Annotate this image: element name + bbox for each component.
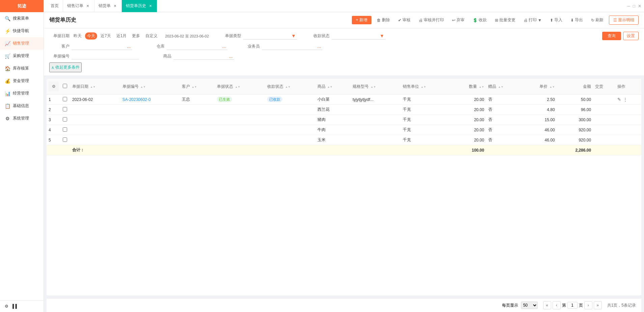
quantity-sort-icon[interactable]: ▲▼ [479, 85, 484, 88]
tab-sales-goods[interactable]: 销货单 ✕ [94, 0, 122, 12]
display-button[interactable]: ☰ 显示明细 [609, 16, 639, 25]
audit-button[interactable]: ✔ 审核 [395, 16, 413, 24]
row-checkbox[interactable] [63, 137, 67, 142]
prev-page-btn[interactable]: ‹ [553, 301, 561, 309]
export-button[interactable]: ⬇ 导出 [568, 16, 586, 24]
customer-select[interactable]: ... [72, 43, 132, 50]
cell-gift: 否 [486, 105, 522, 115]
type-select[interactable]: ▼ [243, 32, 297, 40]
import-button[interactable]: ⬆ 导入 [547, 16, 565, 24]
goods-dots: ... [229, 53, 233, 59]
customer-sort-icon[interactable]: ▲▼ [192, 85, 197, 88]
tab-sales-order[interactable]: 销售订单 ✕ [63, 0, 94, 12]
refresh-button[interactable]: ↻ 刷新 [588, 16, 606, 24]
row-checkbox[interactable] [63, 107, 67, 111]
sidebar-item-system[interactable]: ⚙ 系统管理 [0, 112, 44, 125]
summary-end-spacer [593, 145, 641, 155]
date-1month-btn[interactable]: 近1月 [114, 32, 129, 40]
sidebar-item-search[interactable]: 🔍 搜索菜单 [0, 12, 44, 25]
payment-sort-icon[interactable]: ▲▼ [285, 85, 290, 88]
table-row: 3 猪肉 千克 20.00 否 15.00 300.00 [47, 115, 641, 125]
cell-checkbox[interactable] [61, 105, 70, 115]
sidebar-item-finance[interactable]: 💰 资金管理 [0, 75, 44, 87]
delete-button[interactable]: 🗑 删除 [374, 16, 393, 24]
date-sort-icon[interactable]: ▲▼ [90, 85, 95, 88]
date-yesterday-btn[interactable]: 昨天 [72, 32, 84, 40]
cell-goods: 西兰花 [315, 105, 351, 115]
page-number-input[interactable] [567, 302, 578, 309]
goods-sort-icon[interactable]: ▲▼ [327, 85, 333, 88]
query-button[interactable]: 查询 [602, 32, 621, 40]
collect-button[interactable]: 💲 收款 [470, 16, 489, 24]
sidebar-item-baseinfo[interactable]: 📋 基础信息 [0, 100, 44, 112]
date-custom-btn[interactable]: 自定义 [143, 32, 160, 40]
sidebar-item-operation[interactable]: 📊 经营管理 [0, 87, 44, 100]
status-sort-icon[interactable]: ▲▼ [235, 85, 241, 88]
goods-select[interactable]: ... [173, 53, 234, 60]
last-page-btn[interactable]: » [594, 301, 602, 309]
date-more-btn[interactable]: 更多 [130, 32, 142, 40]
batch-change-button[interactable]: ⊞ 批量变更 [492, 16, 518, 24]
more-action-btn[interactable]: ⋮ [623, 97, 627, 102]
spec-sort-icon[interactable]: ▲▼ [371, 85, 376, 88]
sidebar-item-extra1[interactable]: ⚙ ▐▐ [0, 301, 44, 312]
unit-sort-icon[interactable]: ▲▼ [421, 85, 426, 88]
abandon-button[interactable]: ↩ 弃审 [449, 16, 467, 24]
per-page-select[interactable]: 50 [521, 302, 538, 309]
date-today-btn[interactable]: 今天 [85, 32, 97, 40]
col-gear[interactable]: ⚙ [47, 79, 61, 95]
sidebar-item-purchase[interactable]: 🛒 采购管理 [0, 50, 44, 62]
tab-home[interactable]: 首页 [47, 0, 63, 12]
cell-price: 46.00 [522, 135, 557, 145]
edit-action-btn[interactable]: ✎ [617, 97, 621, 102]
warehouse-select[interactable]: ... [167, 43, 227, 50]
sidebar-item-quicknav[interactable]: ⚡ 快捷导航 [0, 25, 44, 37]
payment-select[interactable]: ▼ [332, 32, 386, 40]
first-page-btn[interactable]: « [543, 301, 551, 309]
cell-checkbox[interactable] [61, 115, 70, 125]
cell-date [70, 135, 120, 145]
tab-sales-order-close[interactable]: ✕ [85, 4, 90, 8]
audit-print-button[interactable]: 🖨 审核并打印 [416, 16, 447, 24]
settings-button[interactable]: 设置 [623, 32, 639, 40]
filter-item-salesperson: 业务员 ... [240, 43, 323, 50]
cell-checkbox[interactable] [61, 125, 70, 135]
salesperson-label: 业务员 [240, 44, 260, 49]
tabs-minimize-icon[interactable]: ─ [627, 4, 630, 8]
ordernumber-input[interactable] [72, 53, 139, 59]
gift-sort-icon[interactable]: ▲▼ [498, 85, 504, 88]
collapse-button[interactable]: ∧ 收起更多条件 [49, 62, 82, 72]
col-number-header: 单据编号 ▲▼ [120, 79, 180, 95]
next-page-btn[interactable]: › [584, 301, 592, 309]
print-button[interactable]: 🖨 打印 ▼ [521, 16, 544, 24]
tabs-bar: 首页 销售订单 ✕ 销货单 ✕ 销货单历史 ✕ ─ □ ✕ [44, 0, 644, 12]
sidebar-item-sales[interactable]: 📈 销售管理 [0, 37, 44, 50]
tab-sales-goods-close[interactable]: ✕ [113, 4, 117, 8]
tab-sales-history[interactable]: 销货单历史 ✕ [122, 0, 157, 12]
sidebar-item-inventory[interactable]: 🏠 库存核算 [0, 62, 44, 75]
select-all-checkbox[interactable] [63, 84, 67, 88]
customer-label: 客户 [49, 44, 69, 49]
col-checkbox[interactable] [61, 79, 70, 95]
row-checkbox[interactable] [63, 97, 67, 101]
data-table: ⚙ 单据日期 ▲▼ 单据编号 ▲▼ [47, 79, 641, 155]
price-sort-icon[interactable]: ▲▼ [550, 85, 555, 88]
audit-print-icon: 🖨 [419, 18, 423, 23]
row-checkbox[interactable] [63, 117, 67, 122]
cell-checkbox[interactable] [61, 135, 70, 145]
number-sort-icon[interactable]: ▲▼ [140, 85, 146, 88]
order-number-link[interactable]: SA-20230602-0 [122, 97, 151, 102]
table-gear-icon[interactable]: ⚙ [49, 81, 59, 92]
col-payment-header: 收款状态 ▲▼ [265, 79, 315, 95]
cell-quantity: 20.00 [451, 115, 486, 125]
cell-payment [265, 105, 315, 115]
new-button[interactable]: + 新增 [352, 16, 371, 24]
date-7days-btn[interactable]: 近7天 [99, 32, 113, 40]
tabs-maximize-icon[interactable]: □ [633, 4, 635, 8]
cell-number [120, 115, 180, 125]
tabs-close-icon[interactable]: ✕ [638, 4, 641, 8]
tab-sales-history-close[interactable]: ✕ [148, 4, 153, 8]
salesperson-select[interactable]: ... [262, 43, 323, 50]
cell-checkbox[interactable] [61, 95, 70, 105]
row-checkbox[interactable] [63, 127, 67, 132]
